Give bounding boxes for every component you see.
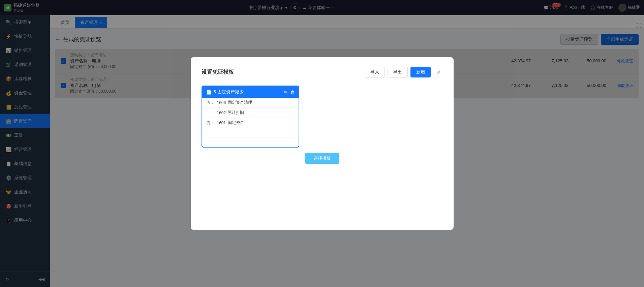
modal-header: 设置凭证模板 导入 导出 新增 ✕ <box>202 67 443 77</box>
credit-code-1: 1601 <box>217 121 226 125</box>
credit-label-1: 贷： <box>206 120 214 126</box>
template-card-body: 借： 1606 固定资产清理 借： 1602 累计折旧 贷： 1601 固定资产 <box>202 98 299 147</box>
debit-label-1: 借： <box>206 100 214 105</box>
modal-title: 设置凭证模板 <box>202 69 234 76</box>
debit-name-1: 固定资产清理 <box>228 100 252 105</box>
select-template-btn[interactable]: 选择模板 <box>305 153 339 164</box>
template-debit-row-2: 借： 1602 累计折旧 <box>202 108 299 118</box>
new-btn[interactable]: 新增 <box>410 67 431 77</box>
template-card: 📄 5-固定资产减少 ✏ 🗑 借： 1606 固定资产清理 <box>202 86 299 148</box>
modal-close-btn[interactable]: ✕ <box>435 68 443 76</box>
doc-icon: 📄 <box>206 90 212 95</box>
credit-name-1: 固定资产 <box>228 120 244 126</box>
template-select-btn-wrapper: 选择模板 <box>202 153 443 164</box>
template-card-title: 📄 5-固定资产减少 <box>206 89 244 95</box>
modal-overlay: 设置凭证模板 导入 导出 新增 ✕ 📄 5-固定资产减少 ✏ <box>0 0 644 287</box>
modal-content: 📄 5-固定资产减少 ✏ 🗑 借： 1606 固定资产清理 <box>202 86 443 220</box>
template-empty-row <box>202 128 299 137</box>
debit-spacer: 借： <box>206 110 214 116</box>
template-name: 5-固定资产减少 <box>214 89 244 95</box>
import-btn[interactable]: 导入 <box>365 67 385 77</box>
debit-name-2: 累计折旧 <box>228 110 244 116</box>
template-empty-row-2 <box>202 137 299 147</box>
template-edit-btn[interactable]: ✏ <box>284 90 287 95</box>
debit-code-1: 1606 <box>217 100 226 105</box>
template-credit-row-1: 贷： 1601 固定资产 <box>202 118 299 128</box>
debit-code-2: 1602 <box>217 110 226 115</box>
modal-header-actions: 导入 导出 新增 ✕ <box>365 67 443 77</box>
export-btn[interactable]: 导出 <box>388 67 408 77</box>
modal-toolbar: 导入 导出 新增 <box>365 67 431 77</box>
set-voucher-template-modal: 设置凭证模板 导入 导出 新增 ✕ 📄 5-固定资产减少 ✏ <box>191 57 454 230</box>
template-card-header: 📄 5-固定资产减少 ✏ 🗑 <box>202 86 299 98</box>
template-card-actions: ✏ 🗑 <box>284 90 295 95</box>
template-debit-row-1: 借： 1606 固定资产清理 <box>202 98 299 108</box>
template-delete-btn[interactable]: 🗑 <box>290 90 295 95</box>
